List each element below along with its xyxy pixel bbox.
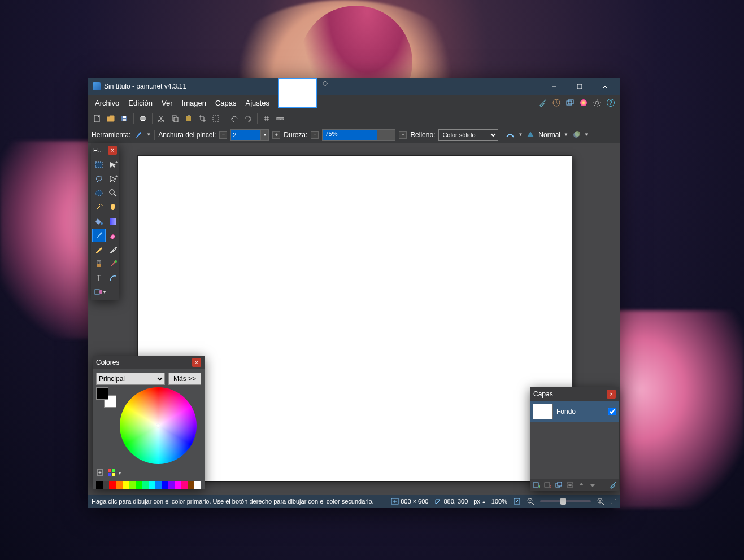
palette-swatch[interactable] — [188, 481, 195, 489]
delete-layer-icon[interactable]: × — [542, 480, 552, 490]
zoom-out-icon[interactable] — [527, 497, 534, 505]
tool-dropdown-arrow[interactable]: ▼ — [146, 132, 151, 137]
tool-ellipse-select[interactable] — [92, 186, 106, 200]
palette-strip[interactable] — [96, 481, 201, 489]
tool-pan[interactable] — [106, 200, 120, 214]
tool-move-pixels[interactable]: + — [106, 172, 120, 186]
layers-window-toggle-icon[interactable] — [564, 97, 576, 108]
colors-more-button[interactable]: Más >> — [168, 373, 201, 385]
primary-color-swatch[interactable] — [96, 387, 108, 400]
tool-gradient[interactable] — [106, 215, 120, 228]
tool-text[interactable]: T — [92, 271, 106, 285]
layer-visibility-checkbox[interactable] — [608, 408, 616, 415]
add-layer-icon[interactable]: + — [531, 480, 541, 490]
colors-panel[interactable]: Colores × Principal Más >> + ▾ — [93, 356, 205, 489]
add-color-icon[interactable]: + — [96, 469, 105, 478]
new-file-icon[interactable] — [92, 113, 103, 124]
brush-width-dropdown[interactable]: ▾ — [261, 129, 269, 141]
settings-icon[interactable] — [591, 97, 603, 108]
tool-rect-select[interactable] — [92, 158, 106, 172]
tools-window-toggle-icon[interactable] — [537, 97, 549, 108]
palette-menu-icon[interactable] — [107, 469, 116, 478]
tool-pencil[interactable] — [92, 243, 106, 256]
tool-shapes[interactable]: ▾ — [92, 285, 106, 299]
tool-paint-bucket[interactable] — [92, 215, 106, 228]
overwrite-mode-icon[interactable] — [572, 130, 581, 139]
redo-icon[interactable] — [242, 113, 254, 124]
menu-ajustes[interactable]: Ajustes — [241, 97, 274, 110]
colors-panel-close[interactable]: × — [192, 358, 201, 367]
layers-panel-close[interactable]: × — [607, 390, 616, 399]
tool-magic-wand[interactable] — [92, 200, 106, 214]
save-file-icon[interactable] — [119, 113, 130, 124]
blend-dropdown[interactable]: ▼ — [564, 132, 568, 137]
tool-lasso[interactable] — [92, 172, 106, 186]
antialias-dropdown[interactable]: ▼ — [518, 132, 523, 137]
tools-panel[interactable]: H... × + + T ▾ — [91, 143, 119, 300]
overwrite-dropdown[interactable]: ▼ — [584, 132, 589, 137]
palette-swatch[interactable] — [96, 481, 103, 489]
merge-down-icon[interactable] — [565, 480, 575, 490]
move-layer-down-icon[interactable] — [588, 480, 598, 490]
layer-row[interactable]: Fondo — [530, 401, 619, 422]
copy-icon[interactable] — [169, 113, 181, 124]
tools-panel-close[interactable]: × — [108, 146, 117, 155]
open-file-icon[interactable] — [105, 113, 116, 124]
tool-clone-stamp[interactable] — [92, 257, 106, 270]
tool-recolor[interactable] — [106, 257, 120, 270]
fill-select[interactable]: Color sólido — [438, 129, 498, 141]
menu-capas[interactable]: Capas — [211, 97, 241, 110]
colors-window-toggle-icon[interactable] — [578, 97, 589, 108]
undo-icon[interactable] — [229, 113, 240, 124]
maximize-button[interactable] — [567, 78, 592, 95]
tool-paintbrush[interactable] — [92, 229, 106, 242]
antialias-icon[interactable] — [506, 130, 515, 139]
blend-mode-icon[interactable] — [526, 130, 535, 139]
deselect-icon[interactable] — [210, 113, 221, 124]
palette-swatch[interactable] — [149, 481, 155, 489]
tool-line-curve[interactable] — [106, 271, 120, 285]
thumbnail-pin-icon[interactable]: ◇ — [323, 79, 328, 87]
hardness-slider[interactable]: 75% — [322, 129, 395, 141]
blend-mode-label[interactable]: Normal — [538, 131, 560, 139]
help-icon[interactable]: ? — [605, 97, 616, 108]
tool-eraser[interactable] — [106, 229, 120, 242]
palette-swatch[interactable] — [175, 481, 182, 489]
brush-width-decrease[interactable]: − — [219, 131, 227, 139]
menu-ver[interactable]: Ver — [157, 97, 177, 110]
zoom-slider[interactable] — [540, 500, 591, 502]
layers-panel[interactable]: Capas × Fondo + × — [530, 387, 619, 491]
palette-swatch[interactable] — [136, 481, 142, 489]
menu-edicion[interactable]: Edición — [124, 97, 157, 110]
brush-width-input[interactable] — [230, 129, 261, 141]
history-window-toggle-icon[interactable] — [551, 97, 562, 108]
palette-swatch[interactable] — [168, 481, 175, 489]
palette-swatch[interactable] — [123, 481, 129, 489]
resize-grip-icon[interactable]: ⋰ — [610, 498, 616, 505]
palette-swatch[interactable] — [162, 481, 168, 489]
palette-swatch[interactable] — [155, 481, 162, 489]
tool-zoom[interactable] — [106, 186, 120, 200]
move-layer-up-icon[interactable] — [576, 480, 586, 490]
crop-icon[interactable] — [197, 113, 208, 124]
palette-swatch[interactable] — [181, 481, 188, 489]
print-icon[interactable] — [137, 113, 149, 124]
hardness-decrease[interactable]: − — [311, 131, 319, 139]
hardness-increase[interactable]: + — [399, 131, 407, 139]
paste-icon[interactable] — [183, 113, 194, 124]
zoom-fit-icon[interactable] — [513, 497, 521, 505]
document-thumbnail[interactable] — [278, 78, 317, 108]
unit-selector[interactable]: px ▲ — [473, 498, 486, 505]
menu-archivo[interactable]: Archivo — [90, 97, 124, 110]
color-mode-select[interactable]: Principal — [96, 373, 165, 385]
tool-color-picker[interactable] — [106, 243, 120, 256]
color-wheel-cursor[interactable] — [156, 423, 160, 428]
titlebar[interactable]: Sin título - paint.net v4.3.11 — [88, 78, 620, 95]
current-tool-icon[interactable] — [134, 130, 143, 139]
palette-swatch[interactable] — [142, 481, 149, 489]
grid-toggle-icon[interactable] — [261, 113, 272, 124]
palette-swatch[interactable] — [194, 481, 201, 489]
zoom-level[interactable]: 100% — [491, 498, 507, 505]
palette-swatch[interactable] — [103, 481, 110, 489]
palette-swatch[interactable] — [116, 481, 123, 489]
